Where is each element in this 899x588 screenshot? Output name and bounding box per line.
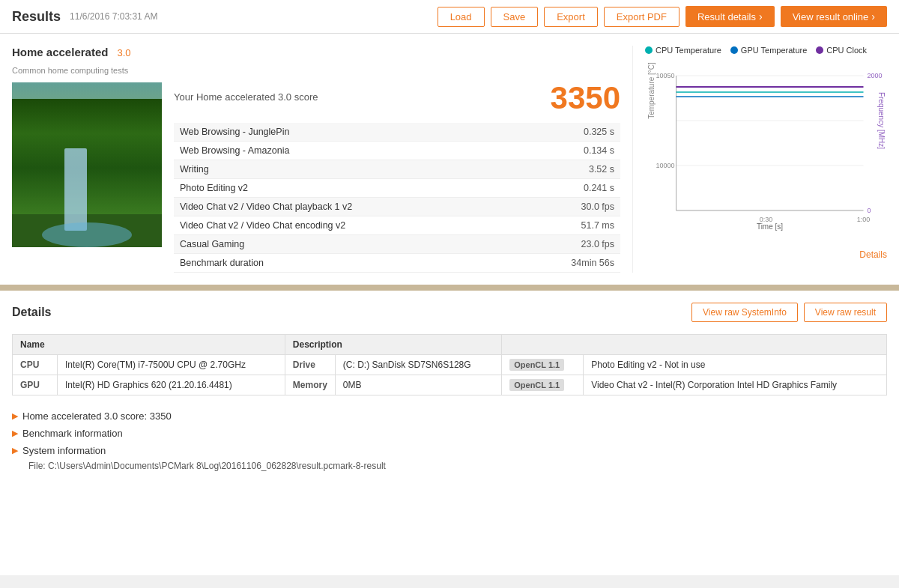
result-details-button[interactable]: Result details › bbox=[685, 6, 775, 27]
page-title: Results bbox=[12, 9, 61, 25]
tree-item[interactable]: ▶System information bbox=[12, 442, 887, 459]
legend-dot bbox=[645, 46, 653, 54]
hw-value: Intel(R) HD Graphics 620 (21.20.16.4481) bbox=[58, 375, 285, 395]
benchmark-value-cell: 30.0 fps bbox=[518, 198, 620, 216]
benchmark-row: Casual Gaming23.0 fps bbox=[174, 235, 620, 254]
svg-text:2000: 2000 bbox=[868, 72, 883, 79]
legend-label: CPU Temperature bbox=[656, 46, 721, 55]
benchmark-name-cell: Video Chat v2 / Video Chat playback 1 v2 bbox=[174, 198, 518, 216]
hw-label2: Memory bbox=[285, 375, 335, 395]
export-button[interactable]: Export bbox=[544, 7, 598, 27]
expand-icon: ▶ bbox=[12, 428, 18, 438]
benchmark-name-cell: Web Browsing - JunglePin bbox=[174, 123, 518, 142]
svg-text:Frequency [MHz]: Frequency [MHz] bbox=[877, 92, 886, 149]
benchmark-name-cell: Writing bbox=[174, 160, 518, 179]
hw-label: CPU bbox=[13, 355, 58, 375]
svg-text:Time [s]: Time [s] bbox=[757, 222, 783, 231]
benchmark-row: Video Chat v2 / Video Chat encoding v251… bbox=[174, 216, 620, 235]
chart-legend: CPU TemperatureGPU TemperatureCPU Clock bbox=[645, 46, 887, 55]
name-column-header: Name bbox=[13, 335, 285, 355]
score-label: Your Home accelerated 3.0 score bbox=[174, 91, 318, 103]
expand-icon: ▶ bbox=[12, 411, 18, 421]
benchmark-value-cell: 23.0 fps bbox=[518, 235, 620, 254]
header: Results 11/6/2016 7:03:31 AM Load Save E… bbox=[0, 0, 899, 34]
benchmark-row: Photo Editing v20.241 s bbox=[174, 179, 620, 198]
benchmark-name-cell: Web Browsing - Amazonia bbox=[174, 142, 518, 160]
tree-items: ▶Home accelerated 3.0 score: 3350▶Benchm… bbox=[12, 407, 887, 459]
legend-label: GPU Temperature bbox=[741, 46, 807, 55]
details-row: GPU Intel(R) HD Graphics 620 (21.20.16.4… bbox=[13, 375, 887, 395]
hw-label: GPU bbox=[13, 375, 58, 395]
chart-panel: CPU TemperatureGPU TemperatureCPU Clock … bbox=[632, 46, 887, 273]
view-online-button[interactable]: View result online › bbox=[781, 6, 887, 27]
details-header: Details View raw SystemInfo View raw res… bbox=[12, 303, 887, 322]
details-title: Details bbox=[12, 306, 51, 319]
expand-icon: ▶ bbox=[12, 446, 18, 455]
description-column-header: Description bbox=[285, 335, 501, 355]
result-date: 11/6/2016 7:03:31 AM bbox=[70, 11, 157, 22]
chart-svg: Temperature [°C] Frequency [MHz] 10050 1… bbox=[645, 61, 887, 233]
hw-value: Intel(R) Core(TM) i7-7500U CPU @ 2.70GHz bbox=[58, 355, 285, 375]
opencl-value: Video Chat v2 - Intel(R) Corporation Int… bbox=[584, 375, 887, 395]
chart-area: Temperature [°C] Frequency [MHz] 10050 1… bbox=[645, 61, 887, 248]
load-button[interactable]: Load bbox=[438, 7, 485, 27]
chevron-right-icon: › bbox=[871, 10, 875, 22]
top-section: Home accelerated 3.0 Common home computi… bbox=[0, 34, 899, 288]
legend-item: CPU Clock bbox=[816, 46, 867, 55]
score-value: 3350 bbox=[551, 82, 620, 114]
chevron-right-icon: › bbox=[759, 10, 763, 22]
benchmark-name-cell: Casual Gaming bbox=[174, 235, 518, 254]
hw-value2: 0MB bbox=[335, 375, 501, 395]
benchmark-version: 3.0 bbox=[117, 47, 130, 58]
tree-item-label: System information bbox=[22, 445, 106, 456]
benchmark-value-cell: 0.134 s bbox=[518, 142, 620, 160]
legend-dot bbox=[816, 46, 823, 54]
chart-details-link[interactable]: Details bbox=[645, 249, 887, 260]
details-row: CPU Intel(R) Core(TM) i7-7500U CPU @ 2.7… bbox=[13, 355, 887, 375]
svg-text:1:00: 1:00 bbox=[857, 216, 871, 223]
view-raw-sysinfo-button[interactable]: View raw SystemInfo bbox=[691, 303, 798, 322]
benchmark-name: Home accelerated bbox=[12, 46, 108, 58]
opencl-badge: OpenCL 1.1 bbox=[502, 355, 584, 375]
benchmark-value-cell: 3.52 s bbox=[518, 160, 620, 179]
benchmark-image bbox=[12, 82, 162, 247]
benchmark-name-cell: Photo Editing v2 bbox=[174, 179, 518, 198]
benchmark-value-cell: 0.325 s bbox=[518, 123, 620, 142]
legend-label: CPU Clock bbox=[826, 46, 867, 55]
tree-item[interactable]: ▶Benchmark information bbox=[12, 425, 887, 442]
benchmark-value-cell: 34min 56s bbox=[518, 254, 620, 273]
hw-value2: (C: D:) SanDisk SD7SN6S128G bbox=[335, 355, 501, 375]
benchmark-row: Video Chat v2 / Video Chat playback 1 v2… bbox=[174, 198, 620, 216]
legend-dot bbox=[730, 46, 738, 54]
opencl-badge: OpenCL 1.1 bbox=[502, 375, 584, 395]
benchmark-table: Web Browsing - JunglePin0.325 sWeb Brows… bbox=[174, 123, 620, 273]
hw-label2: Drive bbox=[285, 355, 335, 375]
benchmark-name-cell: Benchmark duration bbox=[174, 254, 518, 273]
benchmark-row: Web Browsing - Amazonia0.134 s bbox=[174, 142, 620, 160]
header-buttons: Load Save Export Export PDF Result detai… bbox=[438, 6, 887, 27]
tree-item-label: Benchmark information bbox=[22, 428, 123, 439]
svg-text:10050: 10050 bbox=[656, 72, 674, 79]
tree-item[interactable]: ▶Home accelerated 3.0 score: 3350 bbox=[12, 407, 887, 425]
benchmark-value-cell: 51.7 ms bbox=[518, 216, 620, 235]
export-pdf-button[interactable]: Export PDF bbox=[604, 7, 679, 27]
svg-text:0: 0 bbox=[868, 207, 871, 214]
legend-item: CPU Temperature bbox=[645, 46, 721, 55]
svg-text:Temperature [°C]: Temperature [°C] bbox=[647, 62, 656, 119]
opencl-value: Photo Editing v2 - Not in use bbox=[584, 355, 887, 375]
legend-item: GPU Temperature bbox=[730, 46, 807, 55]
benchmark-row: Writing3.52 s bbox=[174, 160, 620, 179]
description-column-header2 bbox=[502, 335, 887, 355]
benchmark-row: Web Browsing - JunglePin0.325 s bbox=[174, 123, 620, 142]
benchmark-description: Common home computing tests bbox=[12, 66, 620, 75]
tree-item-label: Home accelerated 3.0 score: 3350 bbox=[22, 410, 172, 422]
benchmark-row: Benchmark duration34min 56s bbox=[174, 254, 620, 273]
benchmark-name-cell: Video Chat v2 / Video Chat encoding v2 bbox=[174, 216, 518, 235]
details-section: Details View raw SystemInfo View raw res… bbox=[0, 291, 899, 575]
svg-text:10000: 10000 bbox=[656, 162, 674, 169]
details-table: Name Description CPU Intel(R) Core(TM) i… bbox=[12, 334, 887, 395]
details-buttons: View raw SystemInfo View raw result bbox=[691, 303, 887, 322]
save-button[interactable]: Save bbox=[491, 7, 539, 27]
benchmark-value-cell: 0.241 s bbox=[518, 179, 620, 198]
view-raw-result-button[interactable]: View raw result bbox=[804, 303, 887, 322]
